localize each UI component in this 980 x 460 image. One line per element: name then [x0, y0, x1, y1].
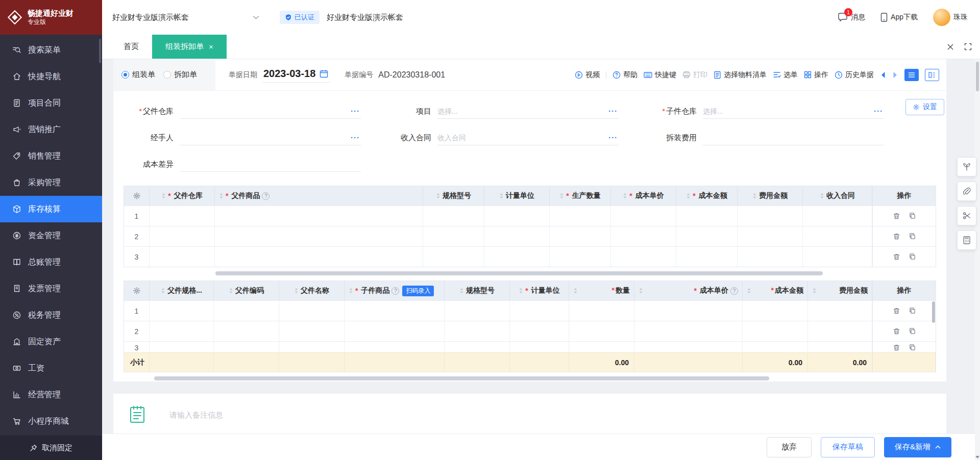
help-icon[interactable]: ?: [391, 287, 399, 295]
app-download-button[interactable]: App下载: [880, 13, 918, 22]
ellipsis-picker-icon[interactable]: ···: [350, 134, 361, 141]
shortcut-keys-button[interactable]: 快捷键: [644, 70, 676, 80]
settings-button[interactable]: 设置: [905, 99, 944, 115]
table-cell[interactable]: [150, 247, 215, 267]
doc-number-value[interactable]: AD-20230318-001: [378, 70, 445, 80]
table-cell[interactable]: [676, 226, 738, 246]
table-cell[interactable]: [150, 226, 215, 246]
table-cell[interactable]: [808, 321, 872, 341]
table-cell[interactable]: [808, 342, 872, 352]
sidebar-item-fixed-assets[interactable]: 固定资产: [0, 328, 102, 355]
table-cell[interactable]: [279, 321, 345, 341]
copy-row-icon[interactable]: [909, 327, 916, 335]
messages-button[interactable]: 1 消息: [838, 13, 865, 22]
vscrollbar-thumb[interactable]: [976, 62, 979, 91]
help-icon[interactable]: ?: [730, 287, 738, 295]
sidebar-item-search-menu[interactable]: 搜索菜单: [0, 37, 102, 63]
table-cell[interactable]: [423, 226, 484, 246]
column-header[interactable]: 规格型号: [445, 281, 510, 300]
sidebar-item-tax[interactable]: 税务管理: [0, 302, 102, 328]
table-cell[interactable]: [215, 247, 423, 267]
column-header[interactable]: *父件商品?: [215, 186, 423, 206]
table-cell[interactable]: [569, 342, 634, 352]
table-cell[interactable]: [743, 321, 808, 341]
table-cell[interactable]: [345, 342, 445, 352]
help-icon[interactable]: ?: [262, 192, 270, 200]
table-cell[interactable]: [803, 247, 872, 267]
delete-row-icon[interactable]: [893, 327, 900, 335]
table-cell[interactable]: [634, 301, 743, 321]
column-header[interactable]: 父件编码: [214, 281, 279, 300]
video-button[interactable]: 视频: [575, 70, 600, 80]
user-menu[interactable]: 珠珠: [933, 9, 968, 26]
screenshot-button[interactable]: [957, 206, 976, 225]
radio-disassemble[interactable]: 拆卸单: [163, 70, 197, 80]
next-doc-icon[interactable]: [892, 71, 898, 79]
project-input[interactable]: [437, 107, 607, 115]
assistant-button[interactable]: [957, 157, 976, 176]
table-cell[interactable]: [215, 206, 423, 226]
table-cell[interactable]: [634, 342, 743, 352]
attachment-button[interactable]: [957, 182, 976, 201]
table-cell[interactable]: [738, 206, 803, 226]
ellipsis-picker-icon[interactable]: ···: [607, 107, 619, 115]
ellipsis-picker-icon[interactable]: ···: [873, 107, 884, 115]
delete-row-icon[interactable]: [893, 212, 900, 220]
table-cell[interactable]: [569, 321, 634, 341]
table-cell[interactable]: [743, 342, 808, 352]
column-header[interactable]: 费用金额: [808, 281, 872, 300]
column-header[interactable]: *数量: [569, 281, 634, 300]
table-cell[interactable]: [738, 226, 803, 246]
sidebar-item-general-ledger[interactable]: 总账管理: [0, 249, 102, 275]
table-cell[interactable]: [738, 247, 803, 267]
table-cell[interactable]: [611, 226, 676, 246]
column-header[interactable]: *成本金额: [743, 281, 808, 300]
detail-view-toggle[interactable]: [925, 69, 939, 81]
table-cell[interactable]: [214, 321, 279, 341]
table-cell[interactable]: [423, 206, 484, 226]
print-button[interactable]: 打印: [682, 70, 707, 80]
sidebar-item-project-contract[interactable]: 项目合同: [0, 90, 102, 116]
column-header[interactable]: *父件仓库: [150, 186, 215, 206]
sidebar-item-invoices[interactable]: 发票管理: [0, 275, 102, 302]
table-cell[interactable]: [214, 301, 279, 321]
column-header[interactable]: *生产数量: [550, 186, 611, 206]
parent-warehouse-input[interactable]: [180, 107, 350, 115]
remark-input[interactable]: [169, 411, 486, 419]
table-cell[interactable]: [510, 301, 569, 321]
column-header[interactable]: 收入合同: [803, 186, 872, 206]
delete-row-icon[interactable]: [893, 344, 900, 351]
prev-doc-icon[interactable]: [880, 71, 886, 79]
sidebar-item-payroll[interactable]: 工资: [0, 355, 102, 381]
column-header[interactable]: 费用金额: [738, 186, 803, 206]
table-cell[interactable]: [279, 342, 345, 352]
unpin-button[interactable]: 取消固定: [0, 436, 102, 460]
ellipsis-picker-icon[interactable]: ···: [350, 107, 361, 115]
column-header[interactable]: 父件名称: [279, 281, 345, 300]
table-cell[interactable]: [550, 226, 611, 246]
sidebar-item-inventory[interactable]: 库存核算: [0, 196, 102, 222]
window-vscrollbar[interactable]: [975, 59, 980, 460]
save-draft-button[interactable]: 保存草稿: [821, 437, 875, 457]
actions-menu-button[interactable]: 操作: [804, 70, 828, 80]
sidebar-scrollbar[interactable]: [99, 39, 101, 63]
table-cell[interactable]: [445, 342, 510, 352]
table-cell[interactable]: [214, 342, 279, 352]
column-header[interactable]: *成本单价: [611, 186, 676, 206]
table-cell[interactable]: [634, 321, 743, 341]
copy-row-icon[interactable]: [909, 344, 916, 351]
column-header[interactable]: 计量单位: [484, 186, 550, 206]
table-cell[interactable]: [150, 321, 214, 341]
table-cell[interactable]: [423, 247, 484, 267]
table-cell[interactable]: [484, 226, 550, 246]
sidebar-item-marketing[interactable]: 营销推广: [0, 116, 102, 143]
cost-diff-input[interactable]: [180, 160, 361, 168]
tab-close-icon[interactable]: ×: [209, 42, 213, 51]
table-cell[interactable]: [808, 301, 872, 321]
table-cell[interactable]: [150, 301, 214, 321]
table-cell[interactable]: [611, 206, 676, 226]
copy-row-icon[interactable]: [909, 233, 916, 240]
table-cell[interactable]: [215, 226, 423, 246]
table-cell[interactable]: [569, 301, 634, 321]
help-button[interactable]: 帮助: [612, 70, 638, 80]
